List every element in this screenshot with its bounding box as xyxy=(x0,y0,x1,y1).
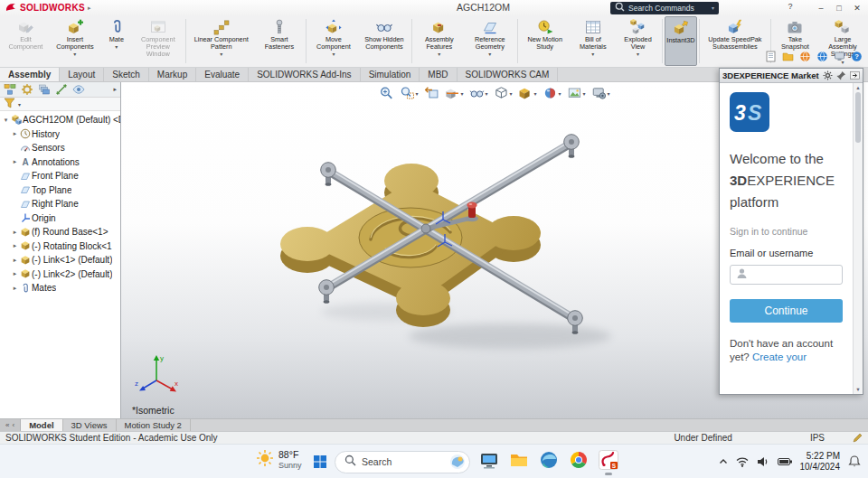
battery-icon[interactable] xyxy=(778,457,792,466)
ribbon-button-move-component[interactable]: Move Component▾ xyxy=(308,16,359,66)
expand-arrow-icon[interactable]: ▸ xyxy=(11,158,19,165)
solidworks-menu[interactable]: SOLIDWORKS ▸ xyxy=(0,2,90,14)
tree-item-link-1-default[interactable]: ▸(-) Link<1> (Default) xyxy=(0,253,120,267)
expand-arrow-icon[interactable]: ▸ xyxy=(11,257,19,264)
bottom-tab-motion-study-2[interactable]: Motion Study 2 xyxy=(117,419,191,431)
tree-item-mates[interactable]: ▸Mates xyxy=(0,281,120,295)
ribbon-button-exploded-view[interactable]: Exploded View▾ xyxy=(616,16,660,66)
ribbon-button-show-hidden-components[interactable]: Show Hidden Components xyxy=(359,16,410,66)
dimxpertmanager-icon[interactable] xyxy=(55,83,68,96)
tree-item-sensors[interactable]: Sensors xyxy=(0,141,120,155)
ribbon-button-mate[interactable]: Mate▾ xyxy=(100,16,133,66)
ribbon-button-reference-geometry[interactable]: Reference Geometry▾ xyxy=(465,16,515,66)
expand-arrow-icon[interactable]: ▸ xyxy=(11,229,19,236)
expand-arrow-icon[interactable]: ▾ xyxy=(2,117,10,124)
tab-mbd[interactable]: MBD xyxy=(420,68,457,81)
taskbar-search[interactable]: Search xyxy=(335,451,470,473)
ribbon-button-update-speedpak-subassemblies[interactable]: Update SpeedPak Subassemblies xyxy=(702,16,769,66)
tree-item-agch12om-default-d[interactable]: ▾AGCH12OM (Default) <D xyxy=(0,113,120,127)
windows-start-button[interactable] xyxy=(313,455,327,469)
filter-caret-icon[interactable]: ▾ xyxy=(18,101,21,108)
propertymanager-icon[interactable] xyxy=(21,83,33,96)
units-label[interactable]: IPS xyxy=(810,433,825,443)
globe-blue-icon[interactable] xyxy=(816,51,828,62)
scene-button[interactable]: ▾ xyxy=(566,85,588,101)
tab-assembly[interactable]: Assembly xyxy=(0,68,60,81)
monitor-small-icon[interactable] xyxy=(834,51,845,62)
chevron-up-icon[interactable] xyxy=(719,458,728,465)
tab-layout[interactable]: Layout xyxy=(60,68,104,81)
view-orientation-button[interactable]: ▾ xyxy=(517,85,539,101)
section-view-button[interactable]: ▾ xyxy=(443,85,465,101)
weather-widget[interactable]: 88°F Sunny xyxy=(256,449,302,471)
minimize-button[interactable]: – xyxy=(812,4,830,13)
maximize-button[interactable]: □ xyxy=(830,4,848,13)
tree-item-rotating-block-1[interactable]: ▸(-) Rotating Block<1 xyxy=(0,239,120,254)
gear-icon[interactable] xyxy=(823,70,833,80)
tree-filter[interactable]: ▾ xyxy=(0,98,120,111)
help-button[interactable]: ? xyxy=(783,2,797,11)
solidworks-app-icon[interactable]: S xyxy=(597,447,620,476)
create-account-link[interactable]: Create your xyxy=(752,351,807,362)
ribbon-button-bill-of-materials[interactable]: Bill of Materials▾ xyxy=(571,16,616,66)
tab-simulation[interactable]: Simulation xyxy=(361,68,420,81)
ribbon-button-assembly-features[interactable]: Assembly Features▾ xyxy=(414,16,465,66)
collapse-arrow-icon[interactable] xyxy=(850,70,860,80)
tab-evaluate[interactable]: Evaluate xyxy=(196,68,249,81)
command-search[interactable]: Search Commands ▾ xyxy=(610,2,719,14)
help-circle-icon[interactable]: ? xyxy=(851,51,863,62)
folder-small-icon[interactable] xyxy=(782,51,794,62)
expand-arrow-icon[interactable]: ▸ xyxy=(11,285,19,292)
tree-item-annotations[interactable]: ▸AAnnotations xyxy=(0,155,120,170)
expand-arrow-icon[interactable]: ▸ xyxy=(11,270,19,277)
search-scope-caret-icon[interactable]: ▾ xyxy=(712,5,714,11)
file-explorer-icon[interactable] xyxy=(507,447,531,476)
notebook-icon[interactable] xyxy=(765,51,777,62)
displaymanager-icon[interactable] xyxy=(72,83,85,96)
tree-item-history[interactable]: ▸History xyxy=(0,127,120,142)
hide-show-items-button[interactable]: ▾ xyxy=(467,85,489,101)
pin-icon[interactable] xyxy=(836,70,846,80)
volume-icon[interactable] xyxy=(757,456,769,467)
tree-item-f-round-base-1[interactable]: ▸(f) Round Base<1> xyxy=(0,225,120,239)
globe-orange-icon[interactable] xyxy=(799,51,811,62)
scroll-up-arrow-icon[interactable]: ▲ xyxy=(855,85,860,90)
ribbon-button-insert-components[interactable]: Insert Components▾ xyxy=(50,16,100,66)
tree-item-link-2-default[interactable]: ▸(-) Link<2> (Default) xyxy=(0,267,120,282)
expand-arrow-icon[interactable]: ▸ xyxy=(11,130,19,137)
scroll-down-arrow-icon[interactable]: ▼ xyxy=(855,387,860,392)
edge-icon[interactable] xyxy=(537,447,561,476)
zoom-fit-button[interactable] xyxy=(377,85,395,101)
notification-bell-icon[interactable] xyxy=(848,455,861,468)
zoom-area-button[interactable]: ▾ xyxy=(398,85,420,101)
tab-scroll-left-single-icon[interactable]: ‹ xyxy=(12,421,14,429)
ribbon-button-smart-fasteners[interactable]: Smart Fasteners xyxy=(255,16,304,66)
tree-item-origin[interactable]: Origin xyxy=(0,211,120,226)
panel-expand-arrow-icon[interactable]: ▸ xyxy=(113,86,117,93)
ribbon-button-linear-component-pattern[interactable]: Linear Component Pattern▾ xyxy=(188,16,255,66)
desktop-app-icon[interactable] xyxy=(477,447,501,476)
tab-sketch[interactable]: Sketch xyxy=(104,68,149,81)
continue-button[interactable]: Continue xyxy=(730,299,843,323)
expand-arrow-icon[interactable]: ▸ xyxy=(11,242,19,249)
clock[interactable]: 5:22 PM 10/4/2024 xyxy=(800,451,841,473)
email-input[interactable] xyxy=(730,265,843,285)
tab-solidworks-cam[interactable]: SOLIDWORKS CAM xyxy=(458,68,559,81)
tab-scroll-buttons[interactable]: « ‹ xyxy=(0,419,21,431)
configurationmanager-icon[interactable] xyxy=(38,83,51,96)
previous-view-button[interactable] xyxy=(422,85,440,101)
tab-markup[interactable]: Markup xyxy=(149,68,196,81)
menu-caret-icon[interactable]: ▸ xyxy=(88,5,91,12)
wifi-icon[interactable] xyxy=(736,456,749,467)
appearance-button[interactable]: ▾ xyxy=(542,85,563,101)
view-settings-button[interactable]: ▾ xyxy=(590,85,612,101)
bottom-tab-model[interactable]: Model xyxy=(21,419,62,431)
tab-solidworks-add-ins[interactable]: SOLIDWORKS Add-Ins xyxy=(249,68,360,81)
tree-item-top-plane[interactable]: Top Plane xyxy=(0,183,120,198)
featuremanager-tree-icon[interactable] xyxy=(4,83,16,96)
display-style-button[interactable]: ▾ xyxy=(492,85,514,101)
ribbon-button-instant3d[interactable]: Instant3D xyxy=(665,16,697,66)
tree-item-front-plane[interactable]: Front Plane xyxy=(0,169,120,183)
ribbon-button-new-motion-study[interactable]: New Motion Study xyxy=(520,16,571,66)
tree-item-right-plane[interactable]: Right Plane xyxy=(0,197,120,211)
